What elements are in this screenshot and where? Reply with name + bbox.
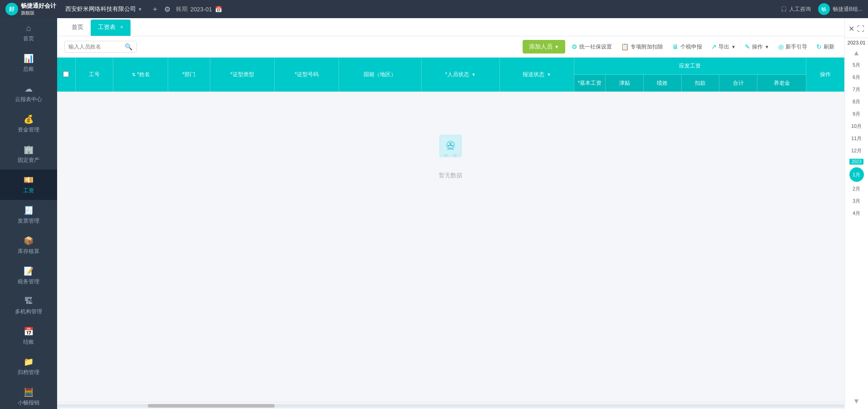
personnel-status-filter-icon[interactable]: ▼ [471, 72, 476, 77]
month-list: 5月 6月 7月 8月 9月 10月 11月 12月 2023 1月 2月 3月… [845, 59, 868, 395]
panel-close-button[interactable]: ✕ [848, 24, 855, 34]
month-item-11[interactable]: 11月 [845, 132, 868, 145]
th-deductions: 扣款 [681, 75, 719, 92]
month-item-1-active[interactable]: 1月 [849, 167, 864, 182]
multi-org-icon: 🏗 [24, 297, 33, 306]
period-value: 2023-01 [190, 6, 212, 13]
empty-text: 暂无数据 [439, 171, 462, 180]
special-deduction-icon: 📋 [621, 43, 629, 50]
salary-icon: 💴 [24, 175, 34, 185]
sidebar-label-inventory: 库存核算 [18, 248, 39, 255]
sidebar-item-tax[interactable]: 📝 税务管理 [0, 261, 57, 291]
sidebar: ⌂ 首页 📊 总账 ☁ 云报表中心 💰 资金管理 🏢 固定资产 💴 工资 🧾 发… [0, 18, 57, 409]
th-employee-no: 工号 [75, 58, 113, 92]
refresh-label: 刷新 [824, 43, 834, 51]
sidebar-item-salary[interactable]: 💴 工资 [0, 170, 57, 200]
month-item-3[interactable]: 3月 [845, 195, 868, 207]
ledger-icon: 📊 [24, 54, 34, 63]
new-guide-action[interactable]: ◎ 新手引导 [776, 41, 810, 53]
month-item-8[interactable]: 8月 [845, 96, 868, 108]
refresh-action[interactable]: ↻ 刷新 [814, 41, 837, 53]
month-item-5[interactable]: 5月 [845, 59, 868, 71]
sidebar-item-invoice[interactable]: 🧾 发票管理 [0, 200, 57, 230]
th-pension: 养老金 [757, 75, 806, 92]
month-item-6[interactable]: 6月 [845, 71, 868, 83]
company-chevron-icon: ▼ [138, 7, 142, 12]
tab-bar: 首页 工资表 × [57, 18, 844, 36]
invoice-icon: 🧾 [24, 205, 34, 215]
app-name: 畅捷通好会计 [21, 2, 56, 10]
th-report-status: 报送状态 ▼ [500, 58, 574, 92]
sidebar-label-invoice: 发票管理 [18, 217, 39, 225]
close-period-icon: 📅 [24, 326, 34, 336]
tax-icon: 📝 [24, 266, 34, 276]
logo-icon: 好 [5, 3, 18, 15]
search-box[interactable]: 🔍 [64, 41, 137, 53]
panel-expand-button[interactable]: ⛶ [856, 24, 865, 34]
cloud-icon: ☁ [24, 84, 33, 94]
month-item-2[interactable]: 2月 [845, 183, 868, 195]
tab-home[interactable]: 首页 [64, 19, 91, 36]
sidebar-item-cloud-report[interactable]: ☁ 云报表中心 [0, 78, 57, 109]
th-checkbox[interactable] [57, 58, 75, 92]
empty-state: 暂无数据 [57, 92, 844, 216]
sidebar-item-inventory[interactable]: 📦 库存核算 [0, 230, 57, 261]
month-item-12[interactable]: 12月 [845, 145, 868, 157]
horizontal-scrollbar[interactable] [57, 402, 844, 409]
th-id-number: *证型号码 [274, 58, 339, 92]
app-logo: 好 畅捷通好会计 旗舰版 [5, 2, 56, 16]
year-badge-2023: 2023 [849, 159, 863, 165]
user-info: 畅 畅捷通B组... [818, 3, 863, 15]
panel-next-button[interactable]: ▼ [851, 395, 862, 407]
company-name: 西安虾米网络科技有限公司 [65, 5, 136, 13]
month-item-9[interactable]: 9月 [845, 108, 868, 120]
sidebar-label-fund: 资金管理 [18, 126, 39, 134]
svg-point-4 [448, 143, 450, 145]
search-input[interactable] [68, 44, 123, 50]
th-personnel-status: *人员状态 ▼ [421, 58, 499, 92]
sidebar-item-ledger[interactable]: 📊 总账 [0, 48, 57, 78]
sidebar-item-archive[interactable]: 📁 归档管理 [0, 351, 57, 382]
sidebar-item-fixed-assets[interactable]: 🏢 固定资产 [0, 139, 57, 170]
operations-action[interactable]: ✎ 操作 ▼ [742, 41, 772, 53]
month-item-4[interactable]: 4月 [845, 207, 868, 219]
social-security-action[interactable]: ⚙ 统一社保设置 [569, 41, 615, 53]
top-bar-icons: ＋ ⚙ [150, 4, 171, 15]
panel-prev-button[interactable]: ▲ [851, 47, 862, 59]
sidebar-item-fund[interactable]: 💰 资金管理 [0, 109, 57, 139]
logo-text-group: 畅捷通好会计 旗舰版 [21, 2, 56, 16]
export-label: 导出 [718, 43, 729, 51]
select-all-checkbox[interactable] [63, 71, 69, 77]
export-action[interactable]: ↗ 导出 ▼ [708, 41, 738, 53]
inventory-icon: 📦 [24, 236, 34, 246]
th-subsidy: 津贴 [606, 75, 644, 92]
report-status-filter-icon[interactable]: ▼ [547, 72, 551, 77]
operations-icon: ✎ [745, 43, 750, 50]
sidebar-label-salary: 工资 [23, 187, 34, 195]
add-icon[interactable]: ＋ [150, 4, 160, 15]
th-basic-salary: *基本工资 [574, 75, 606, 92]
month-item-10[interactable]: 10月 [845, 120, 868, 132]
tab-salary[interactable]: 工资表 × [91, 19, 131, 36]
settings-icon[interactable]: ⚙ [163, 4, 171, 15]
personal-tax-action[interactable]: 🖥 个税申报 [669, 41, 705, 53]
add-person-chevron-icon: ▼ [554, 44, 559, 49]
app-subtitle: 旗舰版 [21, 10, 56, 16]
service-button[interactable]: 🎧 人工咨询 [781, 5, 811, 13]
sidebar-item-close[interactable]: 📅 结账 [0, 321, 57, 351]
month-item-7[interactable]: 7月 [845, 83, 868, 96]
sidebar-item-expense[interactable]: 🧮 小畅报销 [0, 382, 57, 409]
table-container[interactable]: 工号 ⇅ *姓名 *部门 *证型类型 *证型号码 [57, 58, 844, 402]
sidebar-item-multi-org[interactable]: 🏗 多机构管理 [0, 291, 57, 321]
special-deduction-action[interactable]: 📋 专项附加扣除 [618, 41, 666, 53]
tab-close-icon[interactable]: × [120, 24, 124, 30]
company-selector[interactable]: 西安虾米网络科技有限公司 ▼ [65, 5, 142, 13]
sidebar-label-home: 首页 [23, 35, 34, 43]
home-icon: ⌂ [26, 24, 31, 33]
calendar-icon[interactable]: 📅 [215, 6, 222, 13]
sidebar-item-home[interactable]: ⌂ 首页 [0, 18, 57, 48]
add-person-button[interactable]: 添加人员 ▼ [523, 40, 565, 54]
social-security-label: 统一社保设置 [579, 43, 612, 51]
personal-tax-label: 个税申报 [680, 43, 702, 51]
export-icon: ↗ [711, 43, 717, 50]
